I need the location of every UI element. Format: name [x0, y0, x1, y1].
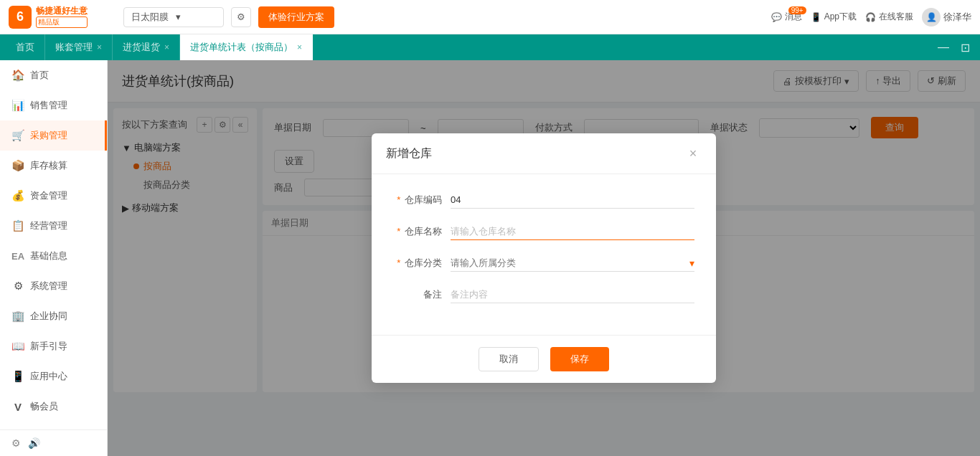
sidebar-item-sales[interactable]: 📊 销售管理 [0, 90, 107, 120]
notification-button[interactable]: 💬 消息 99+ [771, 11, 802, 23]
operations-icon: 📋 [11, 219, 24, 232]
category-select[interactable]: ▾ [451, 255, 694, 272]
modal-overlay: 新增仓库 × * 仓库编码 * [108, 60, 980, 456]
sidebar-item-vip-label: 畅会员 [30, 400, 58, 413]
settings-bottom-icon[interactable]: ⚙ [11, 437, 21, 449]
modal-footer: 取消 保存 [372, 335, 716, 383]
sidebar-item-enterprise[interactable]: 🏢 企业协同 [0, 301, 107, 331]
sidebar-item-guide-label: 新手引导 [30, 340, 67, 353]
user-area[interactable]: 👤 徐泽华 [922, 8, 971, 27]
form-row-remark: 备注 [393, 286, 694, 303]
tab-purchase-return[interactable]: 进货退货 × [113, 34, 180, 60]
volume-icon[interactable]: 🔊 [28, 437, 40, 449]
store-name: 日太阳膜 [131, 11, 171, 24]
category-input[interactable] [451, 255, 689, 271]
sidebar-item-system[interactable]: ⚙ 系统管理 [0, 271, 107, 301]
tab-purchase-stats[interactable]: 进货单统计表（按商品） × [180, 34, 313, 60]
remark-label: 备注 [393, 288, 451, 301]
mobile-icon: 📱 [811, 12, 821, 22]
category-label: * 仓库分类 [393, 257, 451, 270]
sidebar-item-apps[interactable]: 📱 应用中心 [0, 361, 107, 391]
sidebar-item-finance[interactable]: 💰 资金管理 [0, 181, 107, 211]
enterprise-icon: 🏢 [11, 310, 24, 323]
sidebar-item-vip[interactable]: V 畅会员 [0, 391, 107, 422]
header-actions: 💬 消息 99+ 📱 App下载 🎧 在线客服 👤 徐泽华 [771, 8, 971, 27]
warehouse-code-input[interactable] [451, 191, 694, 209]
sidebar-item-operations[interactable]: 📋 经营管理 [0, 211, 107, 241]
tab-actions: — ⊡ [933, 39, 974, 56]
bell-icon: 💬 [771, 12, 782, 22]
tab-purchase-stats-close[interactable]: × [297, 42, 302, 52]
sidebar: 🏠 首页 📊 销售管理 🛒 采购管理 📦 库存核算 💰 资金管理 📋 经营管理 … [0, 60, 108, 456]
sidebar-item-purchase[interactable]: 🛒 采购管理 [0, 120, 107, 151]
logo-text: 畅捷通好生意 [36, 6, 88, 17]
tab-maximize-button[interactable]: ⊡ [956, 39, 974, 56]
online-service-button[interactable]: 🎧 在线客服 [865, 11, 913, 23]
sidebar-item-basic-info[interactable]: EA 基础信息 [0, 241, 107, 271]
required-star-code: * [397, 194, 400, 205]
basic-info-icon: EA [11, 250, 24, 262]
finance-icon: 💰 [11, 189, 24, 202]
dropdown-arrow-icon: ▾ [689, 257, 694, 269]
store-selector[interactable]: 日太阳膜 ▾ [123, 7, 224, 27]
logo-badge: 精品版 [36, 16, 88, 28]
gear-icon: ⚙ [237, 11, 245, 22]
save-button[interactable]: 保存 [550, 347, 609, 371]
code-label: * 仓库编码 [393, 194, 451, 206]
main-layout: 🏠 首页 📊 销售管理 🛒 采购管理 📦 库存核算 💰 资金管理 📋 经营管理 … [0, 60, 980, 456]
headset-icon: 🎧 [865, 12, 876, 22]
experience-button[interactable]: 体验行业方案 [258, 6, 334, 28]
guide-icon: 📖 [11, 340, 24, 353]
purchase-icon: 🛒 [11, 129, 24, 142]
form-row-code: * 仓库编码 [393, 191, 694, 209]
system-icon: ⚙ [11, 280, 24, 293]
tab-home-label: 首页 [16, 41, 34, 54]
warehouse-name-input[interactable] [451, 223, 694, 240]
sidebar-item-enterprise-label: 企业协同 [30, 310, 67, 323]
notification-badge: 99+ [788, 6, 806, 14]
user-name: 徐泽华 [943, 11, 971, 24]
apps-icon: 📱 [11, 370, 24, 383]
add-warehouse-modal: 新增仓库 × * 仓库编码 * [372, 133, 716, 383]
app-download-label: App下载 [824, 11, 857, 23]
avatar: 👤 [922, 8, 941, 27]
avatar-icon: 👤 [926, 12, 937, 22]
sidebar-item-sales-label: 销售管理 [30, 99, 67, 112]
modal-close-button[interactable]: × [684, 145, 702, 162]
modal-title: 新增仓库 [386, 146, 432, 161]
app-download-button[interactable]: 📱 App下载 [811, 11, 857, 23]
name-label: * 仓库名称 [393, 225, 451, 238]
sidebar-item-guide[interactable]: 📖 新手引导 [0, 331, 107, 361]
inventory-icon: 📦 [11, 159, 24, 172]
sidebar-item-system-label: 系统管理 [30, 280, 67, 293]
sidebar-item-operations-label: 经营管理 [30, 219, 67, 232]
remark-input[interactable] [451, 286, 694, 303]
app-logo-icon: 6 [9, 6, 32, 29]
tab-account-close[interactable]: × [97, 42, 102, 52]
form-row-category: * 仓库分类 ▾ [393, 255, 694, 272]
tab-purchase-return-close[interactable]: × [164, 42, 169, 52]
vip-icon: V [11, 400, 24, 413]
home-icon: 🏠 [11, 69, 24, 82]
online-service-label: 在线客服 [879, 11, 913, 23]
modal-header: 新增仓库 × [372, 133, 716, 174]
sidebar-item-inventory-label: 库存核算 [30, 159, 67, 172]
logo-area: 6 畅捷通好生意 精品版 [9, 6, 116, 29]
sidebar-item-purchase-label: 采购管理 [30, 129, 67, 142]
tab-account[interactable]: 账套管理 × [45, 34, 113, 60]
tab-bar: 首页 账套管理 × 进货退货 × 进货单统计表（按商品） × — ⊡ [0, 34, 980, 60]
sidebar-item-home[interactable]: 🏠 首页 [0, 60, 107, 90]
content-area: 进货单统计(按商品) 🖨 按模板打印 ▾ ↑ 导出 ↺ 刷新 [108, 60, 980, 456]
tab-home[interactable]: 首页 [6, 34, 45, 60]
cancel-button[interactable]: 取消 [479, 347, 539, 371]
modal-body: * 仓库编码 * 仓库名称 [372, 174, 716, 335]
required-star-name: * [397, 226, 400, 237]
sidebar-item-home-label: 首页 [30, 69, 49, 82]
sidebar-item-inventory[interactable]: 📦 库存核算 [0, 151, 107, 181]
sidebar-item-finance-label: 资金管理 [30, 189, 67, 202]
tab-minimize-button[interactable]: — [933, 39, 953, 56]
required-star-category: * [397, 257, 400, 268]
top-header: 6 畅捷通好生意 精品版 日太阳膜 ▾ ⚙ 体验行业方案 💬 消息 99+ 📱 … [0, 0, 980, 34]
settings-button[interactable]: ⚙ [231, 7, 251, 27]
sidebar-item-basic-info-label: 基础信息 [30, 250, 67, 262]
